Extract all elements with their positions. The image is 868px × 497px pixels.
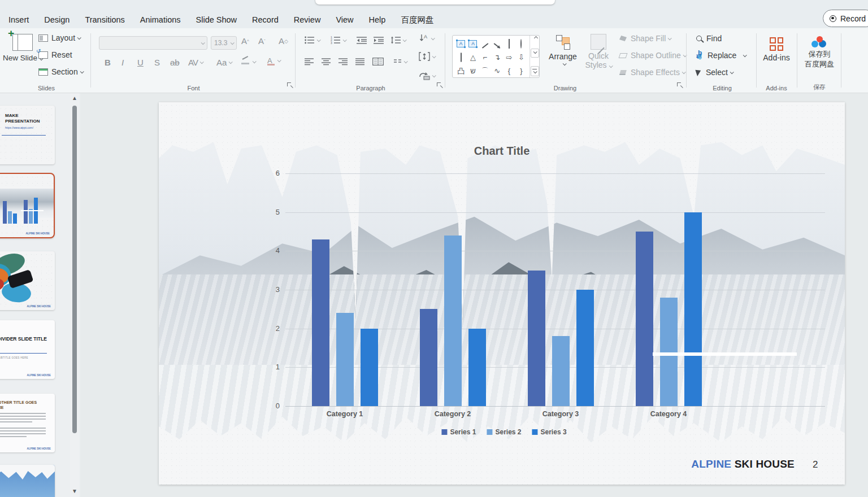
oval-shape-icon[interactable] (520, 39, 522, 49)
align-left-button[interactable] (305, 58, 314, 66)
section-button[interactable]: Section (38, 67, 83, 76)
replace-button[interactable]: ⇄ Replace (696, 51, 746, 60)
arrow-line-shape-icon[interactable] (494, 43, 500, 48)
menu-tab-review[interactable]: Review (294, 15, 321, 24)
slide-thumbnail-1[interactable]: MAKE PRESENTATION https://www.aippt.com/ (0, 106, 55, 164)
shape-effects-button[interactable]: Shape Effects (619, 68, 685, 77)
line-shape-icon[interactable] (482, 43, 488, 48)
chart-legend[interactable]: Series 1Series 2Series 3 (441, 428, 566, 436)
textbox-icon[interactable]: A (457, 40, 465, 47)
bar-series1-cat2[interactable] (420, 309, 437, 406)
menu-tab-design[interactable]: Design (44, 15, 70, 24)
shapes-more-button[interactable] (531, 66, 539, 76)
italic-button[interactable]: I (121, 58, 124, 67)
slide-canvas[interactable]: Chart Title 0123456Category 1Category 2C… (159, 102, 845, 485)
save-to-baidu-button[interactable]: 保存到 百度网盘 (801, 36, 837, 69)
shapes-scroll-up-icon[interactable] (533, 36, 537, 40)
chart-title[interactable]: Chart Title (474, 145, 530, 158)
down-arrow-shape-icon[interactable]: ⇩ (518, 54, 524, 61)
clear-formatting-button[interactable]: A◇ (279, 36, 288, 46)
highlight-color-button[interactable] (241, 59, 255, 64)
align-right-button[interactable] (338, 58, 348, 66)
left-brace-shape-icon[interactable]: { (508, 67, 510, 75)
menu-tab-百度网盘[interactable]: 百度网盘 (401, 15, 433, 25)
line-spacing-button[interactable] (390, 36, 406, 44)
menu-tab-insert[interactable]: Insert (8, 15, 29, 24)
find-button[interactable]: Find (696, 34, 722, 43)
character-spacing-button[interactable]: AV (188, 58, 203, 67)
bar-series2-cat4[interactable] (660, 298, 678, 406)
increase-indent-button[interactable] (374, 36, 384, 44)
menu-tab-transitions[interactable]: Transitions (85, 15, 124, 24)
bar-series3-cat1[interactable] (361, 329, 378, 406)
thumbnail-scrollbar[interactable]: ▲ ▼ (70, 93, 79, 497)
slide-thumbnail-3[interactable]: ALPINE SKI HOUSE (0, 251, 55, 310)
select-button[interactable]: Select (696, 68, 733, 77)
shape-gallery[interactable]: A A △ ⌐ ↴ ⇨ ⇩ 凸 ש ⌒ ∿ { } (452, 35, 540, 78)
convert-smartart-button[interactable] (419, 71, 435, 80)
curve-shape-icon[interactable]: ∿ (494, 67, 500, 75)
decrease-indent-button[interactable] (357, 36, 367, 44)
rounded-rectangle-shape-icon[interactable] (461, 53, 462, 62)
right-brace-shape-icon[interactable]: } (520, 67, 522, 75)
slide-thumbnail-2-selected[interactable]: ALPINE SKI HOUSE (0, 173, 55, 238)
add-remove-columns-button[interactable] (394, 59, 407, 64)
bar-series3-cat2[interactable] (468, 329, 486, 406)
menu-tab-record[interactable]: Record (252, 15, 279, 24)
menu-tab-animations[interactable]: Animations (140, 15, 181, 24)
text-shadow-button[interactable]: S (154, 58, 160, 67)
strikethrough-button[interactable]: ab (170, 58, 180, 67)
scroll-down-icon[interactable]: ▼ (70, 488, 79, 494)
arrange-button[interactable]: Arrange (547, 35, 579, 66)
slide-thumbnail-6[interactable] (0, 465, 55, 497)
grow-font-button[interactable]: A^ (241, 36, 249, 46)
underline-button[interactable]: U (137, 58, 144, 67)
slide-thumbnail-5[interactable]: ANOTHER TITLE GOES HERE ALPINE SKI HOUSE (0, 394, 55, 452)
menu-tab-view[interactable]: View (336, 15, 353, 24)
bar-series2-cat2[interactable] (444, 236, 462, 406)
bar-series3-cat3[interactable] (576, 290, 594, 406)
bold-button[interactable]: B (105, 58, 111, 67)
shrink-font-button[interactable]: Aˇ (258, 36, 266, 46)
slide-thumbnail-4[interactable]: DIVIDER SLIDE TITLE SUBTITLE GOES HERE A… (0, 320, 55, 379)
bar-series3-cat4[interactable] (684, 212, 702, 406)
reset-button[interactable]: Reset (38, 50, 72, 59)
numbering-button[interactable]: 123 (331, 36, 346, 44)
scrollbar-thumb[interactable] (72, 106, 77, 433)
bar-series1-cat1[interactable] (312, 239, 329, 406)
font-name-select[interactable] (99, 36, 207, 50)
bar-series2-cat1[interactable] (336, 313, 354, 406)
menu-tab-slide-show[interactable]: Slide Show (196, 15, 237, 24)
bar-series1-cat4[interactable] (636, 232, 653, 406)
quick-styles-button[interactable]: Quick Styles (582, 34, 615, 69)
justify-button[interactable] (355, 58, 364, 66)
freeform-shape-icon[interactable]: 凸 (457, 67, 465, 75)
arc-shape-icon[interactable]: ⌒ (481, 67, 489, 75)
bar-chart[interactable]: Chart Title 0123456Category 1Category 2C… (159, 102, 845, 485)
columns-button[interactable] (372, 58, 384, 66)
align-center-button[interactable] (322, 58, 331, 66)
new-slide-button[interactable]: New Slide (8, 34, 37, 63)
elbow-arrow-shape-icon[interactable]: ↴ (494, 54, 500, 61)
textbox-horizontal-icon[interactable]: A (468, 40, 477, 47)
shape-fill-button[interactable]: Shape Fill (619, 34, 671, 43)
record-button[interactable]: Record (823, 10, 868, 27)
addins-button[interactable]: Add-ins (761, 37, 792, 62)
scroll-up-icon[interactable]: ▲ (70, 95, 79, 101)
change-case-button[interactable]: Aa (216, 58, 232, 67)
align-text-button[interactable] (419, 52, 435, 61)
elbow-shape-icon[interactable]: ⌐ (483, 54, 488, 61)
bullets-button[interactable] (305, 36, 320, 44)
menu-tab-help[interactable]: Help (369, 15, 386, 24)
font-color-button[interactable]: A (267, 56, 280, 64)
scribble-shape-icon[interactable]: ש (470, 67, 476, 75)
bar-series1-cat3[interactable] (528, 271, 545, 406)
text-direction-button[interactable]: A (419, 34, 434, 43)
search-input[interactable] (315, 0, 555, 5)
layout-button[interactable]: Layout (38, 33, 80, 42)
shape-outline-button[interactable]: Shape Outline (619, 51, 686, 60)
right-arrow-shape-icon[interactable]: ⇨ (506, 54, 513, 61)
font-size-select[interactable]: 13.3 (211, 36, 237, 50)
shapes-scroll-down-button[interactable] (531, 49, 539, 58)
rectangle-shape-icon[interactable] (509, 39, 510, 49)
